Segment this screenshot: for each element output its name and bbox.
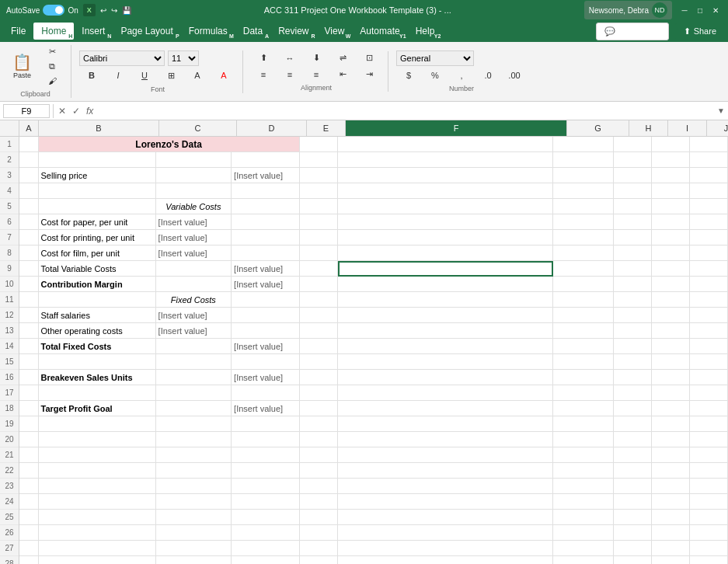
cell-f10[interactable]: [338, 277, 554, 292]
cell-j4[interactable]: [690, 183, 728, 199]
row-num-21[interactable]: 21: [0, 447, 19, 463]
cell-g3[interactable]: [553, 168, 614, 183]
cell-e3[interactable]: [300, 168, 338, 183]
cell-h6[interactable]: [614, 214, 652, 230]
cell-b18[interactable]: Target Profit Goal: [39, 401, 156, 416]
col-header-c[interactable]: C: [159, 120, 237, 136]
cell-f4[interactable]: [338, 183, 554, 199]
cell-g11[interactable]: [553, 292, 614, 308]
cell-e6[interactable]: [300, 214, 338, 230]
cell-d9[interactable]: [Insert value]: [232, 261, 300, 277]
number-format-select[interactable]: General: [396, 50, 474, 66]
decrease-indent-button[interactable]: ⇤: [330, 68, 355, 81]
cell-h12[interactable]: [614, 308, 652, 323]
cell-g4[interactable]: [553, 183, 614, 199]
share-button[interactable]: ⬆ Share: [675, 23, 725, 40]
cell-i13[interactable]: [652, 323, 690, 339]
cell-b10[interactable]: Contribution Margin: [39, 277, 156, 292]
cell-d16[interactable]: [Insert value]: [232, 370, 300, 385]
row-num-20[interactable]: 20: [0, 432, 19, 447]
cell-a6[interactable]: [19, 214, 39, 230]
cell-h15[interactable]: [614, 354, 652, 370]
cell-g10[interactable]: [553, 277, 614, 292]
cell-a16[interactable]: [19, 370, 39, 385]
underline-button[interactable]: U: [132, 69, 157, 82]
row-num-4[interactable]: 4: [0, 183, 19, 199]
row-num-25[interactable]: 25: [0, 510, 19, 525]
cell-i18[interactable]: [652, 401, 690, 416]
minimize-button[interactable]: ─: [678, 4, 691, 16]
cell-j2[interactable]: [690, 152, 728, 168]
cell-e12[interactable]: [300, 308, 338, 323]
cell-i11[interactable]: [652, 292, 690, 308]
cell-d6[interactable]: [232, 214, 300, 230]
cell-f5[interactable]: [338, 199, 554, 214]
cell-g12[interactable]: [553, 308, 614, 323]
cell-c8[interactable]: [Insert value]: [156, 245, 232, 261]
cell-g5[interactable]: [553, 199, 614, 214]
cell-b13[interactable]: Other operating costs: [39, 323, 156, 339]
cell-a15[interactable]: [19, 354, 39, 370]
cell-b3[interactable]: Selling price: [39, 168, 156, 183]
menu-data[interactable]: DataA: [235, 23, 270, 40]
cell-j3[interactable]: [690, 168, 728, 183]
cell-a10[interactable]: [19, 277, 39, 292]
cell-h11[interactable]: [614, 292, 652, 308]
cell-d10[interactable]: [Insert value]: [232, 277, 300, 292]
col-header-h[interactable]: H: [629, 120, 668, 136]
cell-a13[interactable]: [19, 323, 39, 339]
row-num-27[interactable]: 27: [0, 541, 19, 556]
cell-e18[interactable]: [300, 401, 338, 416]
cell-a1[interactable]: [19, 137, 39, 152]
cell-c10[interactable]: [156, 277, 232, 292]
increase-indent-button[interactable]: ⇥: [357, 68, 381, 81]
row-num-26[interactable]: 26: [0, 525, 19, 541]
cell-c16[interactable]: [156, 370, 232, 385]
cell-f8[interactable]: [338, 245, 554, 261]
row-num-9[interactable]: 9: [0, 261, 19, 277]
cell-g15[interactable]: [553, 354, 614, 370]
cell-h2[interactable]: [614, 152, 652, 168]
cell-c13[interactable]: [Insert value]: [156, 323, 232, 339]
close-button[interactable]: ✕: [709, 4, 722, 16]
row-num-16[interactable]: 16: [0, 370, 19, 385]
menu-page-layout[interactable]: Page LayoutP: [113, 23, 180, 40]
row-num-6[interactable]: 6: [0, 214, 19, 230]
cell-j12[interactable]: [690, 308, 728, 323]
cell-g9[interactable]: [553, 261, 614, 277]
cell-d17[interactable]: [232, 385, 300, 401]
cell-h7[interactable]: [614, 230, 652, 245]
cell-j6[interactable]: [690, 214, 728, 230]
cell-d7[interactable]: [232, 230, 300, 245]
cell-c9[interactable]: [156, 261, 232, 277]
insert-function-icon[interactable]: fx: [85, 104, 95, 118]
cell-b11[interactable]: [39, 292, 156, 308]
cell-j9[interactable]: [690, 261, 728, 277]
cell-i5[interactable]: [652, 199, 690, 214]
col-header-i[interactable]: I: [668, 120, 707, 136]
cell-b15[interactable]: [39, 354, 156, 370]
cell-g7[interactable]: [553, 230, 614, 245]
col-header-j[interactable]: J: [707, 120, 728, 136]
cell-d5[interactable]: [232, 199, 300, 214]
cell-e10[interactable]: [300, 277, 338, 292]
cell-b7[interactable]: Cost for printing, per unit: [39, 230, 156, 245]
cell-g13[interactable]: [553, 323, 614, 339]
cell-h9[interactable]: [614, 261, 652, 277]
cell-j17[interactable]: [690, 385, 728, 401]
menu-view[interactable]: ViewW: [317, 23, 353, 40]
cell-j11[interactable]: [690, 292, 728, 308]
confirm-formula-icon[interactable]: ✓: [71, 104, 82, 118]
row-num-14[interactable]: 14: [0, 339, 19, 354]
menu-automate[interactable]: AutomateY1: [352, 23, 407, 40]
cell-h1[interactable]: [614, 137, 652, 152]
cell-b6[interactable]: Cost for paper, per unit: [39, 214, 156, 230]
cell-i17[interactable]: [652, 385, 690, 401]
cell-j18[interactable]: [690, 401, 728, 416]
cell-a8[interactable]: [19, 245, 39, 261]
cell-j8[interactable]: [690, 245, 728, 261]
cell-i1[interactable]: [652, 137, 690, 152]
cell-d2[interactable]: [232, 152, 300, 168]
cell-h4[interactable]: [614, 183, 652, 199]
row-num-28[interactable]: 28: [0, 556, 19, 564]
